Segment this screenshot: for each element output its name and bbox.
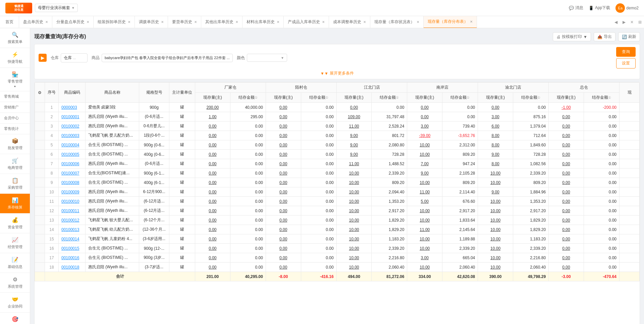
row-na-stock[interactable]: 3.00 <box>407 253 442 263</box>
row-code[interactable]: 00100005 <box>59 150 86 159</box>
sidebar-item-operation[interactable]: 📈 经营管理 <box>0 233 30 253</box>
row-code[interactable]: 00100004 <box>59 140 86 150</box>
row-yb-stock[interactable]: 9.00 <box>478 187 513 197</box>
row-total-stock[interactable]: 0.00 <box>549 140 584 150</box>
row-f-stock[interactable]: 200.00 <box>195 103 230 112</box>
sidebar-item-finance[interactable]: 💰 资金管理 <box>0 214 30 233</box>
row-total-stock[interactable]: 0.00 <box>549 253 584 263</box>
row-jb-stock[interactable]: 10.00 <box>336 216 372 225</box>
row-jb-stock[interactable]: 10.00 <box>336 263 372 272</box>
row-na-stock[interactable]: 0.00 <box>407 112 442 122</box>
color-select[interactable]: ▼ <box>247 54 287 62</box>
row-yb-stock[interactable]: 10.00 <box>478 216 513 225</box>
gear-icon[interactable]: ⚙ <box>38 90 42 95</box>
sidebar-item-retail[interactable]: 🏪 零售管理 ▲ <box>0 68 30 91</box>
row-m-stock[interactable]: 0.00 <box>266 131 301 140</box>
row-f-stock[interactable]: 0.00 <box>195 225 230 234</box>
row-na-stock[interactable]: 10.00 <box>407 216 442 225</box>
row-m-stock[interactable]: 0.00 <box>266 122 301 131</box>
row-m-stock[interactable]: 0.00 <box>266 150 301 159</box>
info-icon-6[interactable]: ① <box>608 96 611 99</box>
row-jb-stock[interactable]: 10.00 <box>336 225 372 234</box>
row-code[interactable]: 00100016 <box>59 253 86 263</box>
row-jb-stock[interactable]: 0.00 <box>336 103 372 112</box>
row-total-stock[interactable]: 0.00 <box>549 159 584 169</box>
tab-nav-close[interactable]: ✕ <box>628 16 636 28</box>
tab-produce-in[interactable]: 产成品入库单历史 ✕ <box>284 16 329 28</box>
sidebar-item-guide[interactable]: 🎯 新手引导 <box>0 313 30 324</box>
sidebar-item-member[interactable]: 会员中心 <box>0 113 30 124</box>
row-code[interactable]: 00100013 <box>59 225 86 234</box>
info-icon-3[interactable]: ① <box>396 96 399 99</box>
row-jb-stock[interactable]: 10.00 <box>336 178 372 187</box>
row-code[interactable]: 00100007 <box>59 169 86 178</box>
row-na-stock[interactable]: 10.00 <box>407 263 442 272</box>
print-btn[interactable]: 🖨 按模板打印 ▼ <box>553 32 591 41</box>
row-m-stock[interactable]: 0.00 <box>266 159 301 169</box>
sidebar-item-stock[interactable]: 📊 库存核算 <box>0 194 30 214</box>
row-m-stock[interactable]: 0.00 <box>266 263 301 272</box>
row-code[interactable]: 00100014 <box>59 234 86 244</box>
tab-purchase-order[interactable]: 要货单历史 ✕ <box>168 16 201 28</box>
sidebar-item-basic[interactable]: 📝 基础信息 <box>0 253 30 273</box>
export-btn[interactable]: 📤 导出 <box>594 32 615 41</box>
tab-close-category[interactable]: ✕ <box>87 20 89 24</box>
row-yb-stock[interactable]: 10.00 <box>478 206 513 216</box>
row-total-stock[interactable]: 0.00 <box>549 206 584 216</box>
row-jb-stock[interactable]: 109.00 <box>336 112 372 122</box>
row-yb-stock[interactable]: 6.00 <box>478 122 513 131</box>
row-f-stock[interactable]: 0.00 <box>195 263 230 272</box>
row-jb-stock[interactable]: 10.00 <box>336 253 372 263</box>
row-f-stock[interactable]: 0.00 <box>195 159 230 169</box>
row-m-stock[interactable]: 0.00 <box>266 178 301 187</box>
row-m-stock[interactable]: 0.00 <box>266 244 301 253</box>
company-selector[interactable]: 母婴行业演示账套 ▼ <box>35 4 78 12</box>
row-jb-stock[interactable]: 9.00 <box>336 140 372 150</box>
row-code[interactable]: 00100008 <box>59 178 86 187</box>
sidebar-item-retail-shop[interactable]: 零售商城 <box>0 91 30 102</box>
row-code[interactable]: 00100011 <box>59 206 86 216</box>
row-na-stock[interactable]: 10.00 <box>407 178 442 187</box>
row-f-stock[interactable]: 0.00 <box>195 244 230 253</box>
row-jb-stock[interactable]: 9.00 <box>336 131 372 140</box>
row-m-stock[interactable]: 0.00 <box>266 253 301 263</box>
row-f-stock[interactable]: 0.00 <box>195 122 230 131</box>
tab-inventory-count[interactable]: 盘点单历史 ✕ <box>19 16 52 28</box>
row-yb-stock[interactable]: 8.00 <box>478 140 513 150</box>
settings-btn[interactable]: 设置 <box>616 58 636 68</box>
row-total-stock[interactable]: 0.00 <box>549 225 584 234</box>
info-icon-5[interactable]: ① <box>537 96 540 99</box>
tab-nav-maximize[interactable]: ⊞ <box>636 16 644 28</box>
row-total-stock[interactable]: 0.00 <box>549 197 584 206</box>
sidebar-item-ecommerce[interactable]: 🛒 电商管理 <box>0 154 30 174</box>
row-f-stock[interactable]: 0.00 <box>195 150 230 159</box>
row-total-stock[interactable]: 0.00 <box>549 178 584 187</box>
row-jb-stock[interactable]: 10.00 <box>336 187 372 197</box>
row-jb-stock[interactable]: 10.00 <box>336 244 372 253</box>
row-jb-stock[interactable]: 9.00 <box>336 150 372 159</box>
row-f-stock[interactable]: 0.00 <box>195 234 230 244</box>
tab-home[interactable]: 首页 <box>0 16 19 28</box>
info-icon-1[interactable]: ① <box>255 96 258 99</box>
expand-btn[interactable]: ▶ <box>39 54 47 62</box>
app-download-btn[interactable]: 📱 App下载 <box>589 5 610 11</box>
row-na-stock[interactable]: 11.00 <box>407 225 442 234</box>
tab-transfer[interactable]: 调拨单历史 ✕ <box>135 16 168 28</box>
row-f-stock[interactable]: 0.00 <box>195 197 230 206</box>
row-m-stock[interactable]: 0.00 <box>266 206 301 216</box>
row-yb-stock[interactable]: 10.00 <box>478 169 513 178</box>
tab-nav-prev[interactable]: ◀ <box>612 16 620 28</box>
row-yb-stock[interactable]: 10.00 <box>478 244 513 253</box>
row-jb-stock[interactable]: 10.00 <box>336 206 372 216</box>
row-total-stock[interactable]: 0.00 <box>549 263 584 272</box>
sidebar-item-enterprise[interactable]: 🤝 企业协同 <box>0 293 30 313</box>
row-total-stock[interactable]: 0.00 <box>549 150 584 159</box>
row-code[interactable]: 00100009 <box>59 187 86 197</box>
row-f-stock[interactable]: 0.00 <box>195 253 230 263</box>
tab-nav-next[interactable]: ▶ <box>620 16 628 28</box>
warehouse-select[interactable]: 仓库 ... <box>61 53 88 62</box>
row-na-stock[interactable]: 9.00 <box>407 169 442 178</box>
tab-material-out[interactable]: 材料出库单历史 ✕ <box>243 16 284 28</box>
tab-other-out[interactable]: 其他出库单历史 ✕ <box>201 16 243 28</box>
row-na-stock[interactable]: 11.00 <box>407 187 442 197</box>
